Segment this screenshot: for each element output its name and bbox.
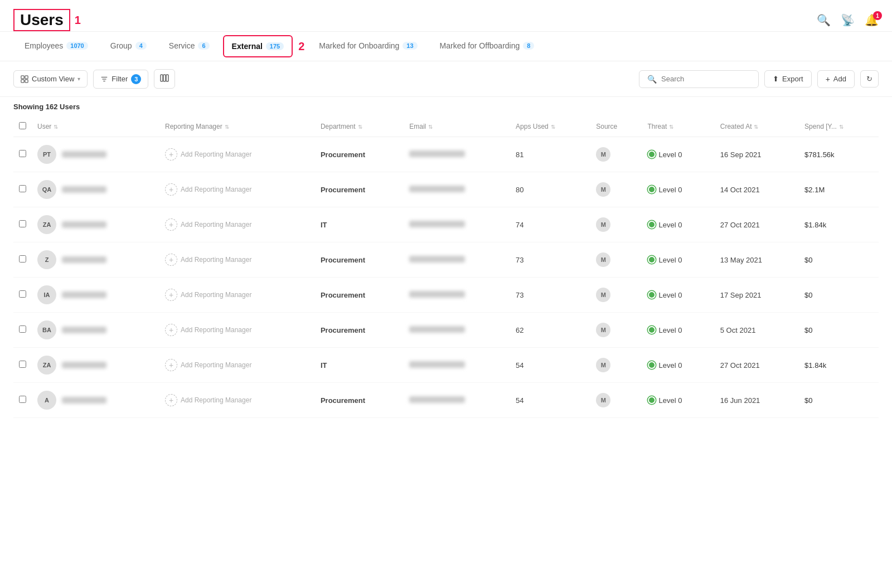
add-manager-button[interactable]: + Add Reporting Manager [165,324,309,336]
spend-cell: $0 [799,383,879,418]
email-cell [404,313,510,348]
apps-used-cell: 73 [510,278,590,313]
source-cell: M [590,383,642,418]
created-at-cell: 13 May 2021 [715,242,799,278]
filter-label: Filter [112,75,128,83]
svg-rect-1 [25,75,28,78]
add-manager-label: Add Reporting Manager [181,150,251,158]
filter-button[interactable]: Filter 3 [93,70,148,89]
export-button[interactable]: ⬆ Export [764,70,812,88]
department-cell: Procurement [315,313,404,348]
add-manager-label: Add Reporting Manager [181,361,251,369]
custom-view-label: Custom View [32,75,74,83]
custom-view-button[interactable]: Custom View ▾ [13,70,88,88]
add-manager-icon: + [165,324,177,336]
col-user[interactable]: User⇅ [32,116,159,137]
row-checkbox[interactable] [19,255,26,263]
created-at-cell: 14 Oct 2021 [715,172,799,207]
toolbar-left: Custom View ▾ Filter 3 [13,69,175,89]
avatar: BA [37,320,56,339]
avatar: ZA [37,215,56,234]
col-email[interactable]: Email⇅ [404,116,510,137]
sort-icon-dept: ⇅ [358,124,362,130]
column-toggle-button[interactable] [154,69,175,89]
apps-used-cell: 74 [510,207,590,242]
add-manager-button[interactable]: + Add Reporting Manager [165,359,309,371]
tab-onboarding[interactable]: Marked for Onboarding 13 [308,33,428,59]
email-blurred [409,150,465,157]
threat-dot [648,361,656,369]
col-apps-used[interactable]: Apps Used⇅ [510,116,590,137]
add-manager-button[interactable]: + Add Reporting Manager [165,289,309,301]
tab-group-badge: 4 [135,42,147,50]
tab-group[interactable]: Group 4 [99,33,158,59]
col-spend[interactable]: Spend [Y...⇅ [799,116,879,137]
source-badge: M [596,288,610,302]
threat-dot [648,291,656,299]
spend-cell: $781.56k [799,137,879,172]
select-all-checkbox[interactable] [19,122,26,129]
add-manager-button[interactable]: + Add Reporting Manager [165,148,309,161]
search-input[interactable] [661,75,750,83]
source-cell: M [590,172,642,207]
apps-used-cell: 81 [510,137,590,172]
created-at-cell: 27 Oct 2021 [715,348,799,383]
tab-service[interactable]: Service 6 [158,33,221,59]
row-checkbox[interactable] [19,150,26,157]
tab-external-badge: 175 [266,42,284,50]
add-manager-button[interactable]: + Add Reporting Manager [165,183,309,196]
row-checkbox-cell [13,207,32,242]
apps-used-cell: 80 [510,172,590,207]
row-checkbox[interactable] [19,185,26,192]
email-cell [404,383,510,418]
refresh-icon: ↻ [866,75,872,83]
table-row: IA + Add Reporting Manager Procurement 7… [13,278,879,313]
search-box[interactable]: 🔍 [639,70,759,88]
department-cell: Procurement [315,172,404,207]
col-threat[interactable]: Threat⇅ [642,116,715,137]
refresh-button[interactable]: ↻ [860,70,879,88]
sort-icon-rm: ⇅ [225,124,229,130]
add-manager-button[interactable]: + Add Reporting Manager [165,254,309,266]
add-button[interactable]: + Add [817,70,855,88]
row-checkbox[interactable] [19,361,26,368]
tab-employees[interactable]: Employees 1070 [13,33,99,59]
row-checkbox[interactable] [19,290,26,298]
add-manager-label: Add Reporting Manager [181,221,251,229]
tab-service-badge: 6 [198,42,209,50]
search-icon: 🔍 [647,75,657,84]
email-cell [404,172,510,207]
reporting-manager-cell: + Add Reporting Manager [159,348,315,383]
user-name-blurred [62,397,106,404]
tab-employees-badge: 1070 [66,42,88,50]
threat-level: Level 0 [659,256,682,264]
spend-cell: $0 [799,313,879,348]
filter-icon [100,75,108,83]
source-badge: M [596,323,610,337]
user-cell: QA [32,172,159,207]
feed-icon[interactable]: 📡 [841,13,855,27]
header-right: 🔍 📡 🔔 1 [817,13,879,27]
notification-bell[interactable]: 🔔 1 [865,13,879,27]
table-header-row: User⇅ Reporting Manager⇅ Department⇅ Ema… [13,116,879,137]
row-checkbox-cell [13,278,32,313]
search-icon[interactable]: 🔍 [817,13,831,27]
avatar: A [37,391,56,410]
add-manager-label: Add Reporting Manager [181,256,251,264]
source-badge: M [596,147,610,162]
add-manager-button[interactable]: + Add Reporting Manager [165,394,309,406]
table-row: ZA + Add Reporting Manager IT 54 M [13,348,879,383]
tab-offboarding[interactable]: Marked for Offboarding 8 [429,33,546,59]
email-cell [404,207,510,242]
col-reporting-manager[interactable]: Reporting Manager⇅ [159,116,315,137]
spend-cell: $1.84k [799,348,879,383]
col-created-at[interactable]: Created At⇅ [715,116,799,137]
threat-level: Level 0 [659,326,682,334]
row-checkbox[interactable] [19,325,26,333]
row-checkbox[interactable] [19,220,26,227]
tab-external[interactable]: External 175 [223,35,293,57]
add-manager-button[interactable]: + Add Reporting Manager [165,218,309,231]
threat-level: Level 0 [659,291,682,299]
col-department[interactable]: Department⇅ [315,116,404,137]
row-checkbox[interactable] [19,396,26,403]
